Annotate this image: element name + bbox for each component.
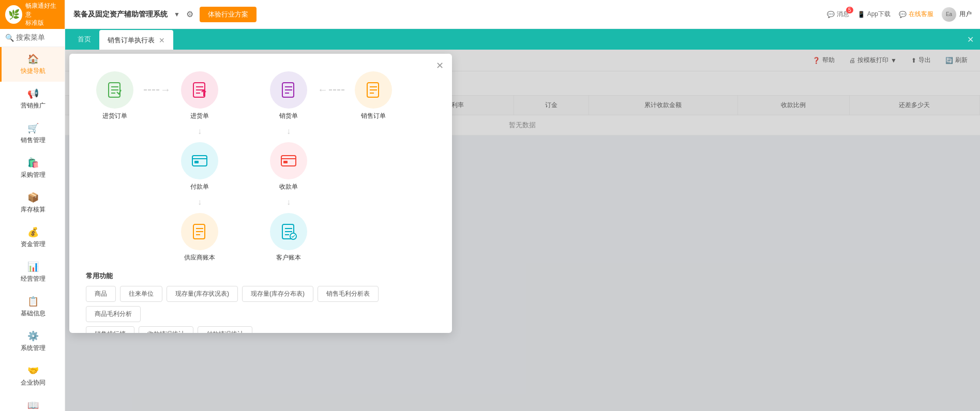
common-functions-section: 常用功能 商品 往来单位 现存量(库存状况表) 现存量(库存分布表) 销售毛利分… [86, 271, 435, 333]
flow-node-receipt-bill[interactable]: 收款单 [270, 142, 307, 191]
common-btns-row2: 销售排行榜 收款情况统计 付款情况统计 [86, 326, 435, 333]
sales-order-circle [355, 71, 392, 109]
common-btn-8[interactable]: 付款情况统计 [198, 326, 252, 333]
marketing-icon: 📢 [27, 88, 39, 99]
flow-node-payment-bill[interactable]: 付款单 [181, 142, 218, 191]
sidebar-item-label: 快捷导航 [21, 67, 46, 75]
common-btn-2[interactable]: 现存量(库存状况表) [167, 286, 238, 302]
sidebar-item-label: 销售管理 [21, 136, 46, 145]
arrow-down-1: ↓ [198, 127, 202, 136]
experience-btn[interactable]: 体验行业方案 [200, 7, 257, 22]
sidebar-item-sales[interactable]: 🛒 销售管理 [0, 116, 65, 151]
arrow-down-2: ↓ [198, 197, 202, 207]
tab-bar: 首页 销售订单执行表 ✕ ✕ [65, 29, 980, 50]
purchase-order-circle [96, 71, 133, 109]
flow-diagram: 进货订单 → [86, 66, 435, 267]
quick-nav-popup: ✕ 进货订单 [69, 54, 452, 333]
sidebar-item-enterprise[interactable]: 🤝 企业协同 [0, 359, 65, 393]
sidebar-item-purchase[interactable]: 🛍️ 采购管理 [0, 151, 65, 186]
svg-rect-8 [192, 156, 207, 166]
system-dropdown-icon[interactable]: ▼ [174, 11, 180, 18]
flow-col-3: 销售订单 [344, 66, 402, 126]
purchase-icon: 🛍️ [27, 157, 39, 169]
common-btn-3[interactable]: 现存量(库存分布表) [242, 286, 313, 302]
payment-label: 付款单 [190, 182, 209, 191]
enterprise-icon: 🤝 [27, 365, 39, 376]
basic-info-icon: 📋 [27, 296, 39, 307]
mobile-icon: 📱 [857, 11, 865, 18]
sidebar-item-system[interactable]: ⚙️ 系统管理 [0, 324, 65, 359]
sidebar-item-label: 系统管理 [21, 344, 46, 353]
tab-sales-order-exec[interactable]: 销售订单执行表 ✕ [99, 30, 173, 51]
common-btn-1[interactable]: 往来单位 [120, 286, 162, 302]
sidebar-item-label: 库存核算 [21, 205, 46, 214]
flow-col-0: 进货订单 [86, 66, 144, 126]
svg-rect-21 [283, 161, 288, 163]
sales-bill-label: 销货单 [279, 112, 298, 120]
arrow-down-4: ↓ [287, 197, 291, 207]
flow-node-purchase-bill[interactable]: 进货单 [181, 71, 218, 120]
guide-icon: 📖 [27, 400, 39, 411]
online-service-btn[interactable]: 💬 在线客服 [899, 10, 933, 19]
customer-account-circle [270, 213, 307, 250]
svg-rect-19 [281, 156, 296, 166]
sidebar-item-label: 企业协同 [21, 378, 46, 387]
sidebar-item-label: 基础信息 [21, 309, 46, 318]
common-functions-title: 常用功能 [86, 271, 435, 281]
svg-rect-10 [194, 161, 199, 163]
search-menu[interactable]: 🔍 搜索菜单 [0, 29, 65, 47]
system-icon: ⚙️ [27, 330, 39, 342]
flow-node-purchase-order[interactable]: 进货订单 [96, 71, 133, 120]
common-btn-0[interactable]: 商品 [86, 286, 116, 302]
app-download-btn[interactable]: 📱 App下载 [857, 10, 891, 19]
sidebar-item-guide[interactable]: 📖 新手引导 [0, 393, 65, 411]
arrow-0-1: → [144, 84, 171, 96]
sidebar-item-label: 营销推广 [21, 101, 46, 110]
popup-overlay: ✕ 进货订单 [65, 50, 980, 411]
sales-bill-circle [270, 71, 307, 109]
common-btn-4[interactable]: 销售毛利分析表 [318, 286, 379, 302]
topbar-right-actions: 💬 消息 5 📱 App下载 💬 在线客服 Ea 用户 [827, 7, 972, 22]
common-btn-5[interactable]: 商品毛利分析 [86, 306, 141, 322]
receipt-label: 收款单 [279, 182, 298, 191]
message-badge: 5 [846, 7, 853, 13]
sidebar-item-quick-nav[interactable]: 🏠 快捷导航 [0, 47, 65, 82]
sidebar-item-inventory[interactable]: 📦 库存核算 [0, 186, 65, 220]
flow-node-customer-account[interactable]: 客户账本 [270, 213, 307, 262]
logo-text: 畅康通好生意 标准版 [25, 2, 59, 27]
common-btn-6[interactable]: 销售排行榜 [86, 326, 134, 333]
flow-node-supplier-account[interactable]: 供应商账本 [181, 213, 218, 262]
common-btn-7[interactable]: 收款情况统计 [139, 326, 193, 333]
flow-node-sales-order[interactable]: 销售订单 [355, 71, 392, 120]
user-menu[interactable]: Ea 用户 [942, 7, 972, 22]
system-name: 装备及固定资产辅助管理系统 [73, 10, 168, 19]
supplier-account-label: 供应商账本 [184, 253, 215, 262]
sidebar-item-marketing[interactable]: 📢 营销推广 [0, 82, 65, 116]
receipt-circle [270, 142, 307, 179]
page-content: ❓ 帮助 🖨 按模板打印 ▼ ⬆ 导出 🔄 刷新 [65, 50, 980, 411]
close-all-tabs-icon[interactable]: ✕ [961, 35, 980, 44]
sidebar-item-label: 经营管理 [21, 275, 46, 283]
payment-circle [181, 142, 218, 179]
sidebar-item-label: 资金管理 [21, 240, 46, 249]
logo-icon: 🌿 [5, 5, 22, 24]
sidebar-item-operations[interactable]: 📊 经营管理 [0, 255, 65, 290]
avatar: Ea [942, 7, 956, 22]
tab-home[interactable]: 首页 [69, 29, 99, 50]
tab-close-icon[interactable]: ✕ [159, 36, 165, 44]
flow-node-sales-bill[interactable]: 销货单 [270, 71, 307, 120]
main-content: 装备及固定资产辅助管理系统 ▼ ⚙ 体验行业方案 💬 消息 5 📱 App下载 … [65, 0, 980, 411]
flow-col-2: 销货单 ↓ 收款单 ↓ [260, 66, 318, 267]
customer-account-label: 客户账本 [276, 253, 301, 262]
popup-close-icon[interactable]: ✕ [436, 60, 444, 71]
finance-icon: 💰 [27, 226, 39, 238]
supplier-account-circle [181, 213, 218, 250]
message-btn[interactable]: 💬 消息 5 [827, 10, 849, 19]
arrow-3-2: ← [318, 84, 344, 96]
settings-gear-icon[interactable]: ⚙ [186, 9, 193, 19]
sidebar-item-basic-info[interactable]: 📋 基础信息 [0, 290, 65, 324]
flow-col-1: 进货单 ↓ 付款单 ↓ [171, 66, 229, 267]
logo: 🌿 畅康通好生意 标准版 [0, 0, 65, 29]
sidebar-item-finance[interactable]: 💰 资金管理 [0, 220, 65, 255]
logo-emoji: 🌿 [8, 9, 20, 20]
